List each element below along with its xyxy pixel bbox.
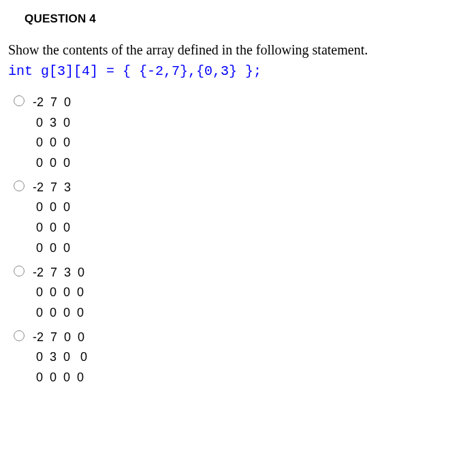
radio-option-4[interactable] [14,330,25,341]
option-3-content: -2 7 3 0 0 0 0 0 0 0 0 0 [33,263,84,323]
code-statement: int g[3][4] = { {-2,7},{0,3} }; [8,63,468,79]
radio-option-3[interactable] [14,266,25,276]
radio-option-2[interactable] [14,180,25,191]
option-4-content: -2 7 0 0 0 3 0 0 0 0 0 0 [33,328,87,388]
options-group: -2 7 0 0 3 0 0 0 0 0 0 0 -2 7 3 0 0 0 0 … [14,93,468,388]
question-prompt: Show the contents of the array defined i… [8,42,468,58]
question-header: QUESTION 4 [25,12,468,26]
radio-option-1[interactable] [14,95,25,106]
option-1: -2 7 0 0 3 0 0 0 0 0 0 0 [14,93,468,174]
option-1-content: -2 7 0 0 3 0 0 0 0 0 0 0 [33,93,71,174]
option-3: -2 7 3 0 0 0 0 0 0 0 0 0 [14,263,468,323]
option-2: -2 7 3 0 0 0 0 0 0 0 0 0 [14,178,468,259]
option-2-content: -2 7 3 0 0 0 0 0 0 0 0 0 [33,178,71,259]
option-4: -2 7 0 0 0 3 0 0 0 0 0 0 [14,328,468,388]
